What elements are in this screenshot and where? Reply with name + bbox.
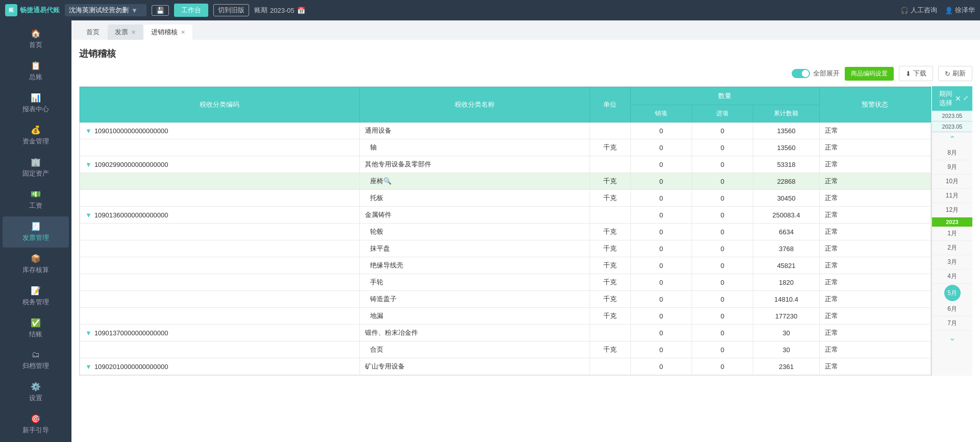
cell-total: 30	[753, 325, 819, 341]
cell-unit: 千克	[590, 224, 630, 240]
tax-icon: 📝	[31, 286, 41, 296]
refresh-label: 刷新	[952, 69, 966, 78]
group-arrow[interactable]: ▼	[85, 329, 92, 337]
period-month-active[interactable]: 5月	[944, 285, 961, 301]
period-month[interactable]: 10月	[932, 175, 972, 189]
sidebar-item-home[interactable]: 🏠 首页	[3, 23, 69, 55]
sidebar-item-salary[interactable]: 💵 工资	[3, 184, 69, 215]
group-arrow[interactable]: ▼	[85, 211, 92, 219]
cell-unit	[590, 156, 630, 173]
cell-code	[80, 139, 360, 156]
sidebar-item-inventory[interactable]: 📦 库存核算	[3, 249, 69, 280]
sidebar-item-label: 税务管理	[22, 298, 49, 307]
user-avatar-icon: 👤	[945, 7, 953, 14]
panel-expand-button[interactable]: ⤢	[963, 94, 968, 103]
group-arrow[interactable]: ▼	[85, 363, 92, 371]
period-month[interactable]: 11月	[932, 189, 972, 203]
period-scroll-down[interactable]: ⌄	[932, 331, 972, 345]
user-menu[interactable]: 👤 徐泽华	[945, 6, 975, 15]
period-month[interactable]: 1月	[932, 227, 972, 241]
cell-status: 正常	[819, 207, 930, 224]
cell-purchase: 0	[692, 291, 753, 308]
cell-purchase: 0	[692, 308, 753, 325]
sidebar-item-assets[interactable]: 🏢 固定资产	[3, 152, 69, 183]
period-month[interactable]: 3月	[932, 255, 972, 269]
guide-icon: 🎯	[31, 414, 41, 424]
search-icon[interactable]: 🔍	[383, 177, 391, 185]
cell-status: 正常	[819, 325, 930, 341]
expand-all-toggle[interactable]: 全部展开	[792, 69, 840, 78]
refresh-button[interactable]: ↻ 刷新	[938, 66, 972, 81]
cell-sales: 0	[630, 358, 692, 375]
cell-sales: 0	[630, 122, 692, 139]
period-range-2: 2023.05	[932, 121, 972, 132]
cell-unit	[590, 325, 630, 341]
sidebar-item-label: 工资	[29, 201, 42, 210]
group-arrow[interactable]: ▼	[85, 161, 92, 168]
period-month[interactable]: 7月	[932, 316, 972, 331]
sidebar-item-tax[interactable]: 📝 税务管理	[3, 281, 69, 312]
group-arrow[interactable]: ▼	[85, 127, 92, 135]
cell-purchase: 0	[692, 173, 753, 190]
cell-unit: 千克	[590, 240, 630, 257]
product-code-button[interactable]: 商品编码设置	[845, 67, 894, 81]
period-month[interactable]: 12月	[932, 203, 972, 217]
cell-sales: 0	[630, 341, 692, 358]
sidebar-item-archive[interactable]: 🗂 归档管理	[3, 345, 69, 376]
cell-total: 1820	[753, 274, 819, 291]
tab-invoice[interactable]: 发票 ✕	[108, 24, 143, 40]
period-month[interactable]: 9月	[932, 160, 972, 175]
cell-name: 锻件、粉末冶金件	[359, 325, 590, 341]
main-layout: 🏠 首页 📋 总账 📊 报表中心 💰 资金管理 🏢 固定资产 💵 工资 🧾 发票…	[0, 20, 980, 442]
tab-invoice-label: 发票	[115, 28, 128, 37]
cell-unit	[590, 207, 630, 224]
year-label: 2023	[932, 217, 972, 227]
switch-version-button[interactable]: 切到旧版	[213, 4, 249, 16]
cell-status: 正常	[819, 122, 930, 139]
sidebar-item-label: 发票管理	[22, 233, 49, 242]
sidebar-item-ledger[interactable]: 📋 总账	[3, 56, 69, 87]
expand-all-switch[interactable]	[792, 69, 810, 78]
company-selector[interactable]: 沈海英测试经营勿删 ▼	[65, 4, 146, 16]
invoice-icon: 🧾	[31, 222, 41, 231]
period-month[interactable]: 4月	[932, 269, 972, 284]
period-scroll-up[interactable]: ⌃	[932, 132, 972, 146]
sidebar-item-guide[interactable]: 🎯 新手引导	[3, 409, 69, 440]
period-month[interactable]: 8月	[932, 146, 972, 160]
inventory-icon: 📦	[31, 254, 41, 263]
tab-home[interactable]: 首页	[79, 24, 107, 40]
cell-total: 14810.4	[753, 291, 819, 308]
tab-bar: 首页 发票 ✕ 进销稽核 ✕	[71, 20, 980, 40]
cell-purchase: 0	[692, 207, 753, 224]
workbench-button[interactable]: 工作台	[174, 4, 208, 17]
cell-code: ▼10902990000000000000	[80, 156, 360, 173]
sidebar-item-settings[interactable]: ⚙️ 设置	[3, 377, 69, 408]
sidebar-item-checkout[interactable]: ✅ 结账	[3, 313, 69, 344]
save-icon: 💾	[156, 7, 164, 14]
tab-reconcile-close[interactable]: ✕	[181, 29, 185, 36]
cell-unit: 千克	[590, 257, 630, 274]
calendar-icon[interactable]: 📅	[297, 7, 305, 14]
cell-unit: 千克	[590, 139, 630, 156]
cell-status: 正常	[819, 358, 930, 375]
sidebar-item-label: 固定资产	[22, 169, 49, 178]
cell-total: 53318	[753, 156, 819, 173]
sidebar-item-funds[interactable]: 💰 资金管理	[3, 120, 69, 151]
save-button[interactable]: 💾	[152, 5, 169, 16]
tab-invoice-close[interactable]: ✕	[131, 29, 136, 36]
service-button[interactable]: 🎧 人工咨询	[900, 6, 937, 15]
cell-name: 轮毂	[359, 224, 590, 240]
cell-total: 2361	[753, 358, 819, 375]
table-container[interactable]: 税收分类编码 税收分类名称 单位 数量 预警状态 销项 进项 累计数额	[79, 86, 932, 376]
sidebar-item-reports[interactable]: 📊 报表中心	[3, 88, 69, 119]
funds-icon: 💰	[31, 125, 41, 135]
download-button[interactable]: ⬇ 下载	[899, 66, 933, 81]
tab-reconcile[interactable]: 进销稽核 ✕	[144, 24, 192, 40]
cell-status: 正常	[819, 156, 930, 173]
company-name: 沈海英测试经营勿删	[69, 6, 129, 15]
period-month[interactable]: 6月	[932, 302, 972, 316]
period-month[interactable]: 2月	[932, 241, 972, 255]
cell-status: 正常	[819, 341, 930, 358]
panel-close-button[interactable]: ✕	[955, 94, 961, 103]
sidebar-item-invoice[interactable]: 🧾 发票管理	[3, 216, 69, 248]
